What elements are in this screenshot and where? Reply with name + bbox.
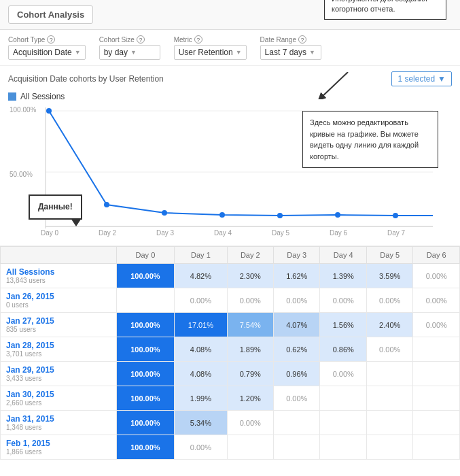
cohort-size-help-icon[interactable]: ?	[137, 35, 145, 44]
data-cell: 100.00%	[116, 411, 175, 435]
row-label-cell: All Sessions13,843 users	[1, 264, 117, 288]
chart-dot-day3	[162, 210, 167, 216]
data-cell: 1.89%	[227, 337, 273, 362]
cohort-size-select[interactable]: by day ▼	[99, 45, 160, 60]
cohort-analysis-tab[interactable]: Cohort Analysis	[8, 5, 93, 24]
chart-area: 100.00% 50.00% Day 0 Day 2	[8, 104, 452, 240]
chart-dot-day4	[219, 212, 225, 218]
row-label-cell: Jan 31, 20151,348 users	[1, 411, 117, 435]
chart-header: Acquisition Date cohorts by User Retenti…	[8, 71, 452, 86]
data-cell	[320, 411, 366, 435]
metric-select[interactable]: User Retention ▼	[174, 45, 247, 60]
table-row: Jan 26, 20150 users0.00%0.00%0.00%0.00%0…	[1, 288, 460, 313]
table-row: Feb 1, 20151,866 users100.00%0.00%	[1, 435, 460, 460]
data-cell	[227, 435, 273, 460]
legend-color-swatch	[8, 92, 16, 101]
row-subtitle: 3,433 users	[6, 375, 111, 382]
legend-label: All Sessions	[20, 92, 65, 101]
data-cell: 0.00%	[366, 337, 412, 362]
cohort-type-select[interactable]: Acquisition Date ▼	[8, 45, 86, 60]
date-range-help-icon[interactable]: ?	[298, 35, 306, 44]
data-cell: 0.79%	[227, 362, 273, 386]
cohort-size-label: Cohort Size ?	[99, 35, 160, 44]
data-cell: 2.30%	[227, 264, 273, 288]
data-cell	[413, 362, 460, 386]
data-cell: 1.20%	[227, 386, 273, 411]
data-cell: 0.00%	[274, 386, 320, 411]
table-row: Jan 30, 20152,660 users100.00%1.99%1.20%…	[1, 386, 460, 411]
row-subtitle: 835 users	[6, 326, 111, 333]
table-row: All Sessions13,843 users100.00%4.82%2.30…	[1, 264, 460, 288]
data-cell: 4.82%	[175, 264, 227, 288]
cohort-type-help-icon[interactable]: ?	[47, 35, 55, 44]
metric-arrow-icon: ▼	[236, 49, 242, 56]
data-cell: 0.00%	[413, 288, 460, 313]
chart-dot-day5	[277, 213, 283, 218]
metric-help-icon[interactable]: ?	[194, 35, 202, 44]
data-cell: 0.00%	[175, 288, 227, 313]
date-range-arrow-icon: ▼	[309, 49, 315, 56]
metric-group: Metric ? User Retention ▼	[174, 35, 247, 60]
svg-text:Day 0: Day 0	[41, 229, 59, 237]
svg-text:Day 3: Day 3	[156, 229, 175, 237]
data-cell: 100.00%	[116, 386, 175, 411]
data-cell: 4.08%	[175, 337, 227, 362]
row-title: Jan 28, 2015	[6, 341, 111, 350]
row-subtitle: 3,701 users	[6, 350, 111, 358]
data-cell: 0.62%	[274, 337, 320, 362]
row-subtitle: 13,843 users	[6, 277, 111, 284]
data-cell	[413, 386, 460, 411]
row-title: Feb 1, 2015	[6, 439, 111, 448]
data-cell: 0.00%	[274, 288, 320, 313]
data-cell	[413, 337, 460, 362]
col-header-day6: Day 6	[413, 247, 460, 264]
data-cell: 0.00%	[227, 411, 273, 435]
date-range-group: Date Range ? Last 7 days ▼	[260, 35, 321, 60]
row-subtitle: 1,866 users	[6, 448, 111, 456]
selected-arrow-icon: ▼	[438, 74, 446, 84]
data-cell	[366, 362, 412, 386]
row-subtitle: 1,348 users	[6, 424, 111, 431]
data-cell: 1.62%	[274, 264, 320, 288]
data-cell	[116, 288, 175, 313]
row-title: Jan 26, 2015	[6, 292, 111, 301]
callout-arrow-icon	[71, 218, 82, 226]
row-label-cell: Jan 29, 20153,433 users	[1, 362, 117, 386]
data-cell: 1.56%	[320, 313, 366, 337]
selected-button[interactable]: 1 selected ▼	[391, 71, 452, 86]
row-label-cell: Jan 27, 2015835 users	[1, 313, 117, 337]
svg-text:Day 2: Day 2	[99, 229, 117, 237]
svg-text:Day 6: Day 6	[330, 229, 348, 237]
data-cell: 4.07%	[274, 313, 320, 337]
data-cell: 4.08%	[175, 362, 227, 386]
data-cell: 0.00%	[413, 264, 460, 288]
cohort-table: Day 0 Day 1 Day 2 Day 3 Day 4 Day 5 Day …	[0, 246, 460, 460]
chart-title: Acquisition Date cohorts by User Retenti…	[8, 74, 164, 84]
svg-text:Day 5: Day 5	[272, 229, 290, 237]
col-header-day1: Day 1	[175, 247, 227, 264]
chart-dot-day0	[46, 108, 52, 114]
svg-text:Day 7: Day 7	[387, 229, 406, 237]
cohort-type-arrow-icon: ▼	[75, 49, 81, 56]
data-cell: 0.00%	[413, 313, 460, 337]
row-label-cell: Feb 1, 20151,866 users	[1, 435, 117, 460]
controls-tooltip: Инструменты для создания когортного отче…	[324, 0, 446, 20]
svg-text:Day 4: Day 4	[214, 229, 232, 237]
row-title: Jan 30, 2015	[6, 390, 111, 399]
svg-line-0	[321, 72, 348, 98]
data-cell	[366, 386, 412, 411]
data-cell: 0.00%	[320, 288, 366, 313]
row-subtitle: 0 users	[6, 301, 111, 309]
table-header-row: Day 0 Day 1 Day 2 Day 3 Day 4 Day 5 Day …	[1, 247, 460, 264]
data-cell: 1.99%	[175, 386, 227, 411]
data-cell: 3.59%	[366, 264, 412, 288]
col-header-day2: Day 2	[227, 247, 273, 264]
date-range-select[interactable]: Last 7 days ▼	[260, 45, 321, 60]
row-title: Jan 27, 2015	[6, 316, 111, 326]
data-cell: 17.01%	[175, 313, 227, 337]
row-title: Jan 29, 2015	[6, 365, 111, 375]
data-cell: 2.40%	[366, 313, 412, 337]
data-cell: 5.34%	[175, 411, 227, 435]
col-header-day3: Day 3	[274, 247, 320, 264]
date-range-label: Date Range ?	[260, 35, 321, 44]
